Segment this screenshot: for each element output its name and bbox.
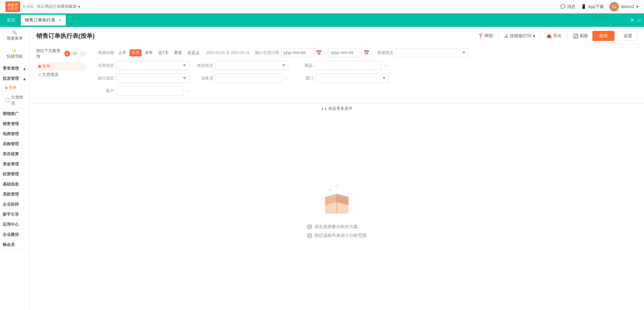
calendar-from-icon[interactable]: 📅 <box>316 50 322 55</box>
template-print-btn[interactable]: 🖨 按模板打印 ▾ <box>504 33 535 39</box>
sidebar-item-inventory[interactable]: 库存核算 <box>0 149 29 158</box>
sidebar-item-member[interactable]: 畅会员 <box>0 239 29 249</box>
scheme-item-press-order[interactable]: 按单 <box>36 62 86 70</box>
salesperson-field: 业务员 ··· <box>195 73 289 83</box>
dept-select[interactable] <box>316 73 389 83</box>
sidebar-item-wholesale[interactable]: 批发管理 ▲ <box>0 73 29 83</box>
help-btn[interactable]: ❓ 帮助 <box>478 33 493 39</box>
download-icon: 📱 <box>581 4 586 9</box>
expected-date-range: 📅 — 📅 <box>281 48 369 57</box>
sidebar-item-newbie[interactable]: 新手引导 <box>0 209 29 219</box>
sidebar-sub-debt[interactable]: 欠货情况 <box>0 93 29 108</box>
add-scheme-btn[interactable]: + <box>64 51 70 57</box>
goods-label: 商品 <box>294 63 313 68</box>
sidebar-item-system[interactable]: 系统管理 <box>0 189 29 199</box>
sales-order-tab-label: 销售订单执行表 <box>25 17 55 23</box>
step-1-num: 1 <box>307 224 312 229</box>
sidebar-item-purchase[interactable]: 采购管理 <box>0 139 29 148</box>
empty-tips: 1 请先选择要分析的方案 2 用过滤条件来缩小分析范围 <box>307 222 367 240</box>
avatar: Ea <box>609 2 619 11</box>
close-window-icon[interactable]: ✕ <box>630 17 634 23</box>
sidebar-item-finance[interactable]: 资金管理 <box>0 159 29 168</box>
scheme-item-debt[interactable]: 欠货情况 <box>36 70 86 79</box>
step-2-num: 2 <box>307 233 312 238</box>
date-range-text: 2023-03-01 至 2023-03-31 <box>206 50 250 55</box>
logo-line2: 好生意 <box>8 7 18 10</box>
customer-input[interactable] <box>116 86 183 96</box>
date-tab-custom[interactable]: 自定义 <box>185 49 202 56</box>
expected-date-to[interactable] <box>329 48 362 57</box>
date-tab-7days[interactable]: 近7天 <box>156 49 171 56</box>
date-tab-this-month[interactable]: 本月 <box>129 49 142 56</box>
settings-btn[interactable]: 设置 <box>619 31 637 41</box>
tab-sales-order[interactable]: 销售订单执行表 ✕ <box>21 15 66 25</box>
sidebar-item-ecommerce[interactable]: 电商管理 <box>0 128 29 138</box>
export-btn[interactable]: 📤 导出 <box>546 33 562 39</box>
customer-more-icon[interactable]: ··· <box>185 88 190 94</box>
ship-status-field: 出库状态 <box>95 61 189 70</box>
search-btn[interactable]: 查询 <box>592 31 614 41</box>
debt-label: 欠货情况 <box>11 95 26 106</box>
app-selector[interactable]: 办公用品行业模拟账套 ▾ <box>37 4 80 9</box>
collapse-scheme-btn[interactable]: « <box>80 51 86 57</box>
retail-label: 零售管理 <box>3 66 19 71</box>
sidebar-item-basics[interactable]: 基础信息 <box>0 179 29 189</box>
refresh-icon: 🔄 <box>573 34 578 39</box>
sidebar-group-appstore: 应用中心 <box>0 219 29 229</box>
message-btn[interactable]: 💬 消息 <box>560 4 576 10</box>
purchase-label: 采购管理 <box>3 141 19 147</box>
sidebar-item-wechat[interactable]: 企业微信 <box>0 229 29 239</box>
sidebar-item-sales[interactable]: 销售管理 <box>0 118 29 128</box>
export-icon: 📤 <box>546 34 552 39</box>
svg-point-4 <box>348 193 349 194</box>
sidebar-group-newbie: 新手引导 <box>0 209 29 219</box>
sidebar-item-marketing[interactable]: 营销推广 <box>0 108 29 118</box>
sidebar-group-enterprise: 企业协同 <box>0 199 29 209</box>
sidebar-item-retail[interactable]: 零售管理 ▲ <box>0 63 29 73</box>
exec-status-select[interactable] <box>116 73 189 83</box>
collapse-bar[interactable]: ∧∧ 收起更多条件 <box>30 103 644 113</box>
tab-home[interactable]: 首页 <box>3 15 19 25</box>
refresh-label: 刷新 <box>580 33 588 39</box>
refresh-btn[interactable]: 🔄 刷新 <box>573 33 588 39</box>
maximize-icon[interactable]: ⤢ <box>637 17 641 23</box>
doc-status-field: 单据状态 <box>375 48 469 57</box>
date-tab-last-month[interactable]: 上月 <box>116 49 128 56</box>
app-download-btn[interactable]: 📱 App下载 <box>581 4 604 10</box>
scheme-press-order-label: 按单 <box>42 63 50 69</box>
salesperson-input[interactable] <box>215 73 282 83</box>
sidebar-search-menu[interactable]: 🔍 搜索菜单 <box>0 27 29 45</box>
calendar-to-icon[interactable]: 📅 <box>364 50 369 55</box>
sidebar-item-enterprise[interactable]: 企业协同 <box>0 199 29 209</box>
help-label: 帮助 <box>484 33 493 39</box>
sidebar-group-member: 畅会员 <box>0 239 29 249</box>
search-menu-label: 搜索菜单 <box>7 36 23 41</box>
close-icon[interactable]: ✕ <box>59 18 62 22</box>
expected-date-from[interactable] <box>281 48 315 57</box>
ship-status-select[interactable] <box>116 61 189 70</box>
doc-status-select[interactable] <box>395 48 469 57</box>
sidebar-group-retail: 零售管理 ▲ <box>0 63 29 73</box>
quick-nav-label: 快捷导航 <box>7 54 23 59</box>
date-tab-more[interactable]: 更多 <box>172 49 184 56</box>
filter-row-3: 执行状态 业务员 ··· 部门 <box>95 73 637 83</box>
user-area[interactable]: Ea demo2 ▾ <box>609 2 639 11</box>
sidebar-item-operations[interactable]: 经营管理 <box>0 169 29 178</box>
date-tab-this-year[interactable]: 本年 <box>143 49 155 56</box>
goods-input[interactable] <box>315 61 382 70</box>
sidebar-item-appstore[interactable]: 应用中心 <box>0 219 29 229</box>
sidebar-quick-nav[interactable]: ⚡ 快捷导航 <box>0 45 29 63</box>
date-label: 单据日期 <box>95 50 114 56</box>
empty-box-svg <box>320 184 354 217</box>
exec-status-field: 执行状态 <box>95 73 189 83</box>
filter-scheme-header: 按以下方案查询 + ⚙ « <box>36 48 86 59</box>
expected-date-field: 预计交货日期 📅 — 📅 <box>255 48 369 57</box>
goods-more-icon[interactable]: ··· <box>384 63 389 68</box>
collect-status-select[interactable] <box>215 61 288 70</box>
date-separator: — <box>323 50 327 55</box>
salesperson-more-icon[interactable]: ··· <box>284 75 289 81</box>
dept-label: 部门 <box>295 75 314 81</box>
sidebar-sub-press-order[interactable]: 按单 <box>0 83 29 93</box>
svg-point-2 <box>329 189 331 191</box>
settings-scheme-btn[interactable]: ⚙ <box>72 51 78 57</box>
